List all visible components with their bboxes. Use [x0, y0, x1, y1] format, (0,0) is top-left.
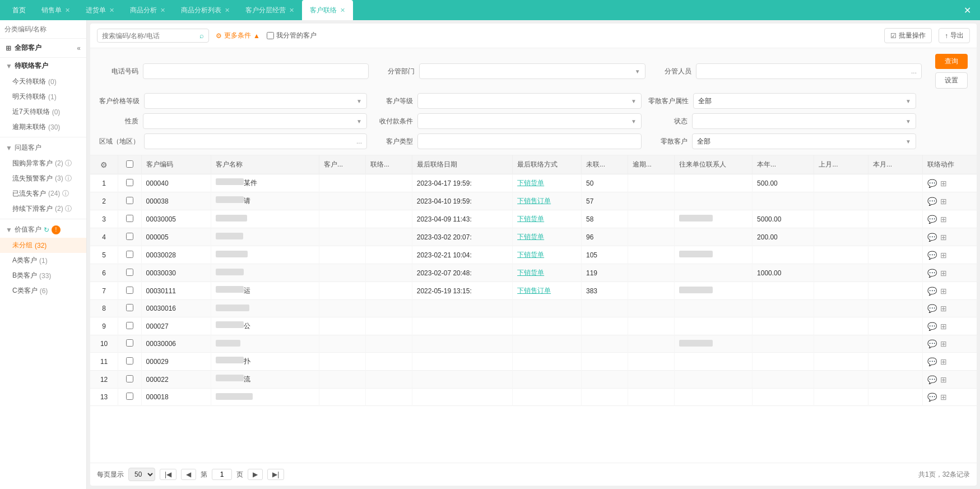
chat-icon[interactable]: 💬 [927, 357, 937, 366]
chat-icon[interactable]: 💬 [927, 215, 937, 224]
filter-more-conditions[interactable]: ⚙ 更多条件 ▲ [216, 31, 260, 40]
cell-check[interactable] [118, 300, 141, 317]
sidebar-item-today[interactable]: 今天待联络 (0) [0, 74, 86, 89]
sidebar-item-class-b[interactable]: B类客户 (33) [0, 268, 86, 283]
export-button[interactable]: ↑ 导出 [939, 28, 970, 43]
method-link[interactable]: 下销货单 [517, 215, 544, 223]
grid-action-icon[interactable]: ⊞ [940, 233, 947, 242]
tab-customer-contact[interactable]: 客户联络 ✕ [302, 0, 353, 20]
dept-input[interactable]: ▼ [419, 63, 645, 79]
tab-product-list[interactable]: 商品分析列表 ✕ [173, 0, 238, 20]
cell-check[interactable] [118, 246, 141, 264]
region-input[interactable]: ... [144, 133, 367, 149]
grid-action-icon[interactable]: ⊞ [940, 304, 947, 313]
row-checkbox[interactable] [126, 179, 133, 186]
grid-action-icon[interactable]: ⊞ [940, 375, 947, 384]
row-checkbox[interactable] [126, 339, 133, 347]
tab-sales-close-icon[interactable]: ✕ [65, 7, 70, 14]
chat-icon[interactable]: 💬 [927, 251, 937, 260]
cell-check[interactable] [118, 353, 141, 371]
sidebar-search-input[interactable] [4, 25, 87, 33]
tab-sales-order[interactable]: 销售单 ✕ [34, 0, 78, 20]
cell-check[interactable] [118, 264, 141, 282]
first-page-button[interactable]: |◀ [160, 469, 177, 480]
batch-ops-button[interactable]: ☑ 批量操作 [884, 28, 932, 43]
tab-home[interactable]: 首页 [4, 0, 34, 20]
prev-page-button[interactable]: ◀ [181, 469, 196, 480]
cell-check[interactable] [118, 192, 141, 210]
row-checkbox[interactable] [126, 357, 133, 365]
property-input[interactable]: ▼ [143, 113, 367, 129]
method-link[interactable]: 下销货单 [517, 179, 544, 187]
cell-check[interactable] [118, 174, 141, 192]
grid-action-icon[interactable]: ⊞ [940, 339, 947, 348]
tab-product-analysis-close-icon[interactable]: ✕ [160, 7, 165, 14]
grid-action-icon[interactable]: ⊞ [940, 179, 947, 188]
method-link[interactable]: 下销货单 [517, 269, 544, 276]
sidebar-section-value[interactable]: ▼ 价值客户 ↻ ! [0, 222, 86, 238]
sidebar-item-tomorrow[interactable]: 明天待联络 (1) [0, 89, 86, 104]
sidebar-section-pending[interactable]: ▼ 待联络客户 [0, 58, 86, 74]
row-checkbox[interactable] [126, 393, 133, 400]
sidebar-item-lost[interactable]: 已流失客户 (24) ⓘ [0, 186, 86, 201]
th-settings[interactable]: ⚙ [90, 155, 118, 174]
method-link[interactable]: 下销售订单 [517, 287, 551, 294]
sidebar-item-7days[interactable]: 近7天待联络 (0) [0, 104, 86, 119]
method-link[interactable]: 下销售订单 [517, 197, 551, 205]
my-customers-checkbox[interactable]: 我分管的客户 [267, 31, 317, 40]
query-button[interactable]: 查询 [935, 54, 968, 69]
th-checkbox[interactable] [118, 155, 141, 174]
grid-action-icon[interactable]: ⊞ [940, 197, 947, 206]
retail-customer-input[interactable]: 全部 ▼ [692, 133, 916, 149]
tab-purchase-close-icon[interactable]: ✕ [109, 7, 114, 14]
filter-search-icon[interactable]: ⌕ [199, 31, 204, 40]
filter-search-input[interactable] [102, 32, 199, 40]
tab-customer-seg-close-icon[interactable]: ✕ [289, 7, 294, 14]
method-link[interactable]: 下销货单 [517, 233, 544, 241]
customer-level-input[interactable]: ▼ [417, 93, 642, 109]
row-checkbox[interactable] [126, 215, 133, 222]
chat-icon[interactable]: 💬 [927, 269, 937, 278]
sidebar-item-class-c[interactable]: C类客户 (6) [0, 283, 86, 298]
reset-button[interactable]: 设置 [935, 72, 968, 89]
cell-check[interactable] [118, 317, 141, 335]
price-level-input[interactable]: ▼ [144, 93, 367, 109]
grid-action-icon[interactable]: ⊞ [940, 322, 947, 331]
retail-attr-input[interactable]: 全部 ▼ [693, 93, 916, 109]
phone-input[interactable] [143, 63, 369, 79]
cell-check[interactable] [118, 371, 141, 389]
tab-product-analysis[interactable]: 商品分析 ✕ [122, 0, 173, 20]
chat-icon[interactable]: 💬 [927, 179, 937, 188]
filter-search-box[interactable]: ⌕ [97, 29, 209, 43]
sidebar-all-customers[interactable]: ⊞ 全部客户 « [0, 39, 86, 58]
refresh-icon[interactable]: ↻ [44, 226, 49, 234]
select-all-checkbox[interactable] [126, 160, 133, 168]
grid-action-icon[interactable]: ⊞ [940, 269, 947, 278]
page-input[interactable] [212, 469, 232, 480]
row-checkbox[interactable] [126, 375, 133, 382]
last-page-button[interactable]: ▶| [267, 469, 284, 480]
tab-purchase-order[interactable]: 进货单 ✕ [78, 0, 122, 20]
row-checkbox[interactable] [126, 304, 133, 311]
method-link[interactable]: 下销货单 [517, 251, 544, 259]
chat-icon[interactable]: 💬 [927, 393, 937, 402]
cell-check[interactable] [118, 389, 141, 406]
staff-input[interactable]: ... [696, 63, 922, 79]
grid-action-icon[interactable]: ⊞ [940, 287, 947, 296]
sidebar-item-declining[interactable]: 持续下滑客户 (2) ⓘ [0, 201, 86, 216]
grid-action-icon[interactable]: ⊞ [940, 393, 947, 402]
grid-action-icon[interactable]: ⊞ [940, 251, 947, 260]
chat-icon[interactable]: 💬 [927, 233, 937, 242]
chat-icon[interactable]: 💬 [927, 375, 937, 384]
cell-check[interactable] [118, 228, 141, 246]
sidebar-item-churn-warning[interactable]: 流失预警客户 (3) ⓘ [0, 171, 86, 186]
sidebar-section-problem[interactable]: ▼ 问题客户 [0, 140, 86, 156]
status-input[interactable]: ▼ [692, 113, 916, 129]
sidebar-item-hoarding[interactable]: 囤购异常客户 (2) ⓘ [0, 156, 86, 171]
row-checkbox[interactable] [126, 322, 133, 329]
payment-input[interactable]: ▼ [417, 113, 642, 129]
chat-icon[interactable]: 💬 [927, 339, 937, 348]
row-checkbox[interactable] [126, 233, 133, 240]
cell-check[interactable] [118, 335, 141, 353]
next-page-button[interactable]: ▶ [248, 469, 263, 480]
